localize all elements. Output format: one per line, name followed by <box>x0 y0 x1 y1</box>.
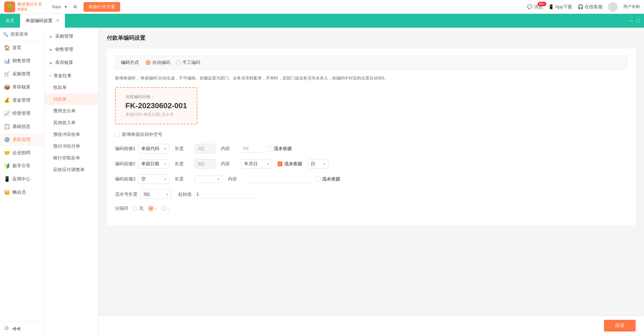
app-download-btn[interactable]: 📱 App下载 <box>548 4 572 10</box>
sec-group-purchase-header[interactable]: ▶ 采购管理 <box>45 30 98 42</box>
prefix3-length-select[interactable]: ▾ <box>195 176 222 183</box>
sec-item-bank[interactable]: 银行存取款单 <box>45 152 98 164</box>
prefix3-label: 编码前缀3 <box>115 176 135 182</box>
prefix3-type-select[interactable]: 空 ▾ <box>138 174 169 184</box>
prefix3-type-field: 编码前缀3 空 ▾ <box>115 174 169 184</box>
preview-label: 当前编码示例： <box>125 94 187 100</box>
serial-length-field: 流水号长度 3位 ▾ <box>115 189 171 199</box>
prefix2-serial-field: 流水依据 <box>278 161 302 167</box>
sep-dash-radio[interactable]: - <box>148 206 156 211</box>
sec-item-other-income[interactable]: 其他收入单 <box>45 117 98 129</box>
prefix2-content-select[interactable]: 年月日 ▾ <box>241 159 272 169</box>
sidebar-item-home[interactable]: 🏠 首页 <box>0 41 45 54</box>
topbar-right: 💬 消息 99+ 📱 App下载 🎧 在线客服 用户名称 <box>527 2 640 12</box>
sidebar-item-sales[interactable]: 📊 销售管理 <box>0 54 45 67</box>
sec-group-inventory: ▶ 库存核算 <box>45 57 98 68</box>
prefix1-row: 编码前缀1 单据代码 ▾ 长度 2位 内容 FK <box>115 144 627 153</box>
sidebar-item-apps[interactable]: 📱 应用中心 <box>0 173 45 186</box>
guide-icon: 🔰 <box>4 163 10 169</box>
prefix1-length-label: 长度 <box>175 146 192 152</box>
serial-length-row: 流水号长度 3位 ▾ 起始值 <box>115 189 627 199</box>
tab-encoding-settings[interactable]: 单据编码设置 ✕ <box>20 14 65 28</box>
prefix2-serial-unit-select[interactable]: 日 ▾ <box>308 159 328 169</box>
sec-group-inventory-header[interactable]: ▶ 库存核算 <box>45 57 98 68</box>
app-logo: 🍀 畅捷通好生意 旗舰版 <box>4 1 42 12</box>
prefix1-length-select: 2位 <box>195 144 215 153</box>
prefix3-length-label: 长度 <box>175 176 192 182</box>
manual-encoding-radio[interactable]: 手工编码 <box>176 59 200 66</box>
try-btn[interactable]: 体验行业方案 <box>84 2 120 12</box>
sep-none-dot <box>133 206 137 211</box>
prefix1-serial-label: 流水依据 <box>274 146 292 152</box>
secondary-sidebar: ▶ 采购管理 ▶ 销售管理 ▶ 库存核算 ▾ 资金往来 收款单 付款单 费用支出… <box>45 28 98 335</box>
prefix3-row: 编码前缀3 空 ▾ 长度 ▾ 内容 <box>115 174 627 184</box>
message-icon: 💬 <box>527 4 532 9</box>
sep-none-radio[interactable]: 无 <box>133 205 144 212</box>
prefix2-length-select: 8位 <box>195 159 215 169</box>
sec-item-receipt[interactable]: 收款单 <box>45 82 98 93</box>
save-button[interactable]: 保存 <box>604 320 636 332</box>
collapse-icon[interactable]: ◀◀ <box>12 325 20 332</box>
sidebar-item-basic-info[interactable]: 📋 基础信息 <box>0 120 45 133</box>
prefix2-serial-checkbox[interactable] <box>278 161 282 166</box>
prefix3-serial-checkbox[interactable] <box>316 177 320 182</box>
sec-group-sales: ▶ 销售管理 <box>45 44 98 55</box>
finance-icon: 💰 <box>4 97 10 103</box>
sep-dash-dot <box>148 206 153 211</box>
tab-home[interactable]: 首页 <box>0 14 20 28</box>
sidebar-item-operations[interactable]: 📈 经营管理 <box>0 107 45 120</box>
settings-card: 编码方式 自动编码 手工编码 新增单据时，'单据编码'自动生成，不可编辑。前缀设… <box>107 49 636 225</box>
prefix1-content-field: 内容 FK <box>221 145 262 153</box>
minimize-icon[interactable]: ─ <box>629 18 633 24</box>
sec-item-expense[interactable]: 费用支出单 <box>45 105 98 117</box>
sidebar-item-system[interactable]: ⚙️ 系统管理 <box>0 133 45 146</box>
topbar: 🍀 畅捷通好生意 旗舰版 Nare ▾ ⚙ 体验行业方案 💬 消息 99+ 📱 … <box>0 0 644 14</box>
auto-encoding-radio[interactable]: 自动编码 <box>146 59 170 66</box>
maximize-icon[interactable]: □ <box>636 18 640 24</box>
sec-group-capital: ▾ 资金往来 收款单 付款单 费用支出单 其他收入单 预收冲应收单 预付冲应付单… <box>45 70 98 176</box>
sidebar-item-enterprise[interactable]: 🤝 企业协同 <box>0 146 45 159</box>
sidebar-item-inventory[interactable]: 📦 库存核算 <box>0 81 45 94</box>
chevron-right-icon: ▶ <box>50 48 52 52</box>
sep-dot-radio[interactable]: . <box>161 206 169 211</box>
message-btn[interactable]: 💬 消息 99+ <box>527 4 543 10</box>
brand-dropdown[interactable]: ▾ <box>65 4 67 9</box>
prefix3-serial-label: 流水依据 <box>322 176 340 182</box>
sec-item-payment[interactable]: 付款单 <box>45 93 98 105</box>
sec-item-prepay-offset[interactable]: 预收冲应收单 <box>45 129 98 140</box>
separator-label: 分隔符 <box>115 205 128 212</box>
enterprise-icon: 🤝 <box>4 150 10 156</box>
description-text: 新增单据时，'单据编码'自动生成，不可编辑。前缀设置为部门、业务员等档案类，开单… <box>115 75 627 82</box>
prefix3-content-field: 内容 <box>228 175 310 183</box>
prefix2-type-select[interactable]: 单据日期 ▾ <box>138 159 169 169</box>
auto-fill-checkbox[interactable] <box>115 132 120 137</box>
user-avatar[interactable] <box>608 2 618 12</box>
sidebar-item-finance[interactable]: 💰 资金管理 <box>0 94 45 107</box>
purchase-icon: 🛒 <box>4 71 10 77</box>
search-menu-btn[interactable]: 🔍 搜索菜单 <box>0 28 45 41</box>
settings-bottom-icon[interactable]: ⚙ <box>4 325 9 332</box>
sec-group-sales-header[interactable]: ▶ 销售管理 <box>45 44 98 55</box>
sidebar-item-purchase[interactable]: 🛒 采购管理 <box>0 67 45 81</box>
prefix1-serial-checkbox[interactable] <box>267 146 272 151</box>
sidebar-item-guide[interactable]: 🔰 新手引导 <box>0 159 45 173</box>
serial-length-select[interactable]: 3位 ▾ <box>140 189 171 199</box>
sec-item-advance-offset[interactable]: 预付冲应付单 <box>45 140 98 152</box>
select-arrow-icon: ▾ <box>164 147 166 151</box>
select-arrow-icon: ▾ <box>324 162 325 166</box>
prefix2-length-label: 长度 <box>175 161 192 167</box>
online-service-btn[interactable]: 🎧 在线客服 <box>578 4 603 10</box>
prefix1-type-select[interactable]: 单据代码 ▾ <box>138 144 169 153</box>
sec-item-adjustment[interactable]: 应收应付调整单 <box>45 164 98 176</box>
tabbar: 首页 单据编码设置 ✕ ─ □ <box>0 14 644 28</box>
prefix1-content-label: 内容 <box>221 146 238 152</box>
sec-group-capital-header[interactable]: ▾ 资金往来 <box>45 70 98 82</box>
tab-close-icon[interactable]: ✕ <box>56 18 59 23</box>
start-value-input[interactable] <box>194 190 257 198</box>
prefix1-label: 编码前缀1 <box>115 146 135 152</box>
settings-icon[interactable]: ⚙ <box>70 2 80 12</box>
manual-encoding-dot <box>176 60 181 65</box>
prefix3-content-input[interactable] <box>248 175 310 183</box>
select-arrow-icon: ▾ <box>164 162 166 166</box>
sidebar-item-member[interactable]: 👑 畅会员 <box>0 186 45 199</box>
